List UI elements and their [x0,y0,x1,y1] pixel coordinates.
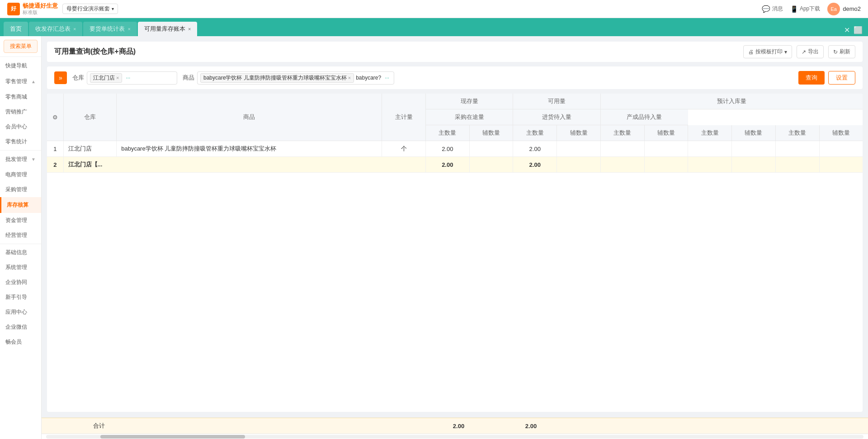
warehouse-more-button[interactable]: ··· [124,74,132,82]
tab-available-stock[interactable]: 可用量库存账本 × [138,22,197,36]
sidebar-item-business-mgmt[interactable]: 经营管理 [0,228,41,243]
sidebar-item-purchase-mgmt[interactable]: 采购管理 [0,182,41,197]
sidebar-item-zero-sales-mgmt[interactable]: 零售管理 ▲ [0,74,41,90]
sidebar-item-zero-sales-mall[interactable]: 零售商城 [0,90,41,104]
table-header-row-1: ⚙ 仓库 商品 主计量 现存量 可用量 预计入库量 [47,94,863,109]
sidebar-item-system-mgmt[interactable]: 系统管理 [0,260,41,275]
brand-name: 畅捷通好生意 标准版 [23,2,58,15]
brand-icon: 好 [7,3,20,15]
close-window-icon[interactable]: ✕ [844,26,850,34]
row-finished-pending-aux [819,141,863,157]
table-footer-area: 合计 2.00 2.00 [42,417,868,439]
subtotal-no: 2 [47,157,63,173]
tab-order-stats[interactable]: 要货单统计表 × [83,22,137,36]
sidebar-item-finance-mgmt[interactable]: 资金管理 [0,213,41,228]
subtotal-available-aux [557,157,601,173]
top-bar: 好 畅捷通好生意 标准版 母婴行业演示账套 ▾ 💬 消息 📱 App下载 Ea … [0,0,868,18]
user-profile[interactable]: Ea demo2 [827,3,861,15]
subtotal-stock-aux [469,157,513,173]
subtotal-label: 江北门店【... [63,157,425,173]
refresh-button[interactable]: ↻ 刷新 [828,45,855,58]
row-inbound-pending-main [688,141,732,157]
row-available-main: 2.00 [513,141,557,157]
warehouse-tag-close-icon[interactable]: × [116,75,119,80]
filter-actions: 查询 设置 [798,71,855,85]
sidebar-nav: 快捷导航 零售管理 ▲ 零售商城 营销推广 会员中心 零售统计 批发管理 ▼ 电… [0,57,41,350]
warehouse-column-header: 仓库 [63,94,117,141]
product-filter-group: 商品 babycare学饮杯 儿童防摔防撞吸管杯重力球吸嘴杯宝宝水杯 × bab… [183,71,394,85]
sidebar-item-member-center[interactable]: 会员中心 [0,119,41,134]
settings-button[interactable]: 设置 [828,71,855,85]
export-button[interactable]: ↗ 导出 [797,45,824,58]
sidebar-item-quick-nav[interactable]: 快捷导航 [0,58,41,74]
product-tag-babycare: babycare学饮杯 儿童防摔防撞吸管杯重力球吸嘴杯宝宝水杯 × [200,73,354,83]
tab-close-receive-send[interactable]: × [73,26,76,32]
unit-column-header: 主计量 [382,94,426,141]
arrow-icon: ▲ [31,79,36,84]
row-no: 1 [47,141,63,157]
subtotal-finished-pending-main [775,157,819,173]
finished-pending-aux-header: 辅数量 [819,125,863,141]
print-template-button[interactable]: 🖨 按模板打印 ▾ [743,45,792,58]
search-menu-button[interactable]: 搜索菜单 [4,40,38,53]
table-body: 1 江北门店 babycare学饮杯 儿童防摔防撞吸管杯重力球吸嘴杯宝宝水杯 个… [47,141,863,173]
main-layout: 搜索菜单 快捷导航 零售管理 ▲ 零售商城 营销推广 会员中心 零售统计 批发管… [0,36,868,439]
purchase-transit-aux-header: 辅数量 [644,125,688,141]
row-available-aux [557,141,601,157]
sidebar-item-app-center[interactable]: 应用中心 [0,305,41,320]
message-icon: 💬 [762,5,770,13]
nav-right-buttons: ✕ ⬜ [844,26,868,36]
app-download-button[interactable]: 📱 App下载 [790,5,820,13]
footer-available-main: 2.00 [513,423,549,430]
planned-inbound-group-header: 预计入库量 [600,94,863,109]
user-name-label: demo2 [843,5,861,12]
sidebar-item-new-guide[interactable]: 新手引导 [0,290,41,305]
product-tag-close-icon[interactable]: × [348,75,351,80]
sidebar-item-basic-info[interactable]: 基础信息 [0,245,41,260]
data-table-wrapper: ⚙ 仓库 商品 主计量 现存量 可用量 预计入库量 采购在途量 进货待入量 产成… [47,94,863,412]
tab-close-order-stats[interactable]: × [127,26,130,32]
tab-close-available-stock[interactable]: × [188,26,191,32]
available-aux-header: 辅数量 [557,125,601,141]
row-finished-pending-main [775,141,819,157]
product-more-button[interactable]: ··· [383,74,391,82]
tenant-selector[interactable]: 母婴行业演示账套 ▾ [62,4,118,14]
sidebar-item-inventory-check[interactable]: 库存核算 [0,197,41,213]
warehouse-tag-jiangbei: 江北门店 × [90,73,122,83]
query-button[interactable]: 查询 [798,71,825,85]
sidebar-item-ecommerce-mgmt[interactable]: 电商管理 [0,167,41,182]
purchase-transit-header: 采购在途量 [425,109,513,125]
sidebar-item-enterprise-wechat[interactable]: 企业微信 [0,320,41,335]
product-extra-label: babycare? [356,75,381,81]
sidebar-item-zero-sales-stats[interactable]: 零售统计 [0,134,41,149]
message-button[interactable]: 💬 消息 [762,5,783,13]
settings-column-header[interactable]: ⚙ [47,94,63,141]
chevron-print-icon: ▾ [784,49,787,55]
top-bar-right: 💬 消息 📱 App下载 Ea demo2 [762,3,861,15]
top-bar-left: 好 畅捷通好生意 标准版 母婴行业演示账套 ▾ [7,2,118,15]
sidebar-divider-2 [0,244,41,244]
available-group-header: 可用量 [513,94,600,109]
row-purchase-transit-main [600,141,644,157]
brand-logo: 好 畅捷通好生意 标准版 [7,2,58,15]
sidebar-item-marketing[interactable]: 营销推广 [0,104,41,119]
warehouse-input[interactable]: 江北门店 × ··· [87,71,177,85]
filter-toggle-button[interactable]: » [54,71,67,84]
content-area: 可用量查询(按仓库+商品) 🖨 按模板打印 ▾ ↗ 导出 ↻ 刷新 [42,36,868,439]
sidebar-item-vip-member[interactable]: 畅会员 [0,335,41,349]
subtotal-row: 2 江北门店【... 2.00 2.00 [47,157,863,173]
maximize-icon[interactable]: ⬜ [854,26,863,34]
product-input[interactable]: babycare学饮杯 儿童防摔防撞吸管杯重力球吸嘴杯宝宝水杯 × babyca… [197,71,394,85]
tab-home[interactable]: 首页 [4,22,28,36]
sidebar: 搜索菜单 快捷导航 零售管理 ▲ 零售商城 营销推广 会员中心 零售统计 批发管… [0,36,42,439]
sidebar-item-enterprise-collab[interactable]: 企业协同 [0,275,41,290]
inbound-pending-header: 进货待入量 [513,109,600,125]
sidebar-item-wholesale-mgmt[interactable]: 批发管理 ▼ [0,151,41,167]
horizontal-scrollbar[interactable] [42,434,868,439]
filter-bar: » 仓库 江北门店 × ··· 商品 babycare [47,66,863,89]
row-warehouse: 江北门店 [63,141,117,157]
warehouse-filter-group: 仓库 江北门店 × ··· [72,71,177,85]
tab-receive-send[interactable]: 收发存汇总表 × [29,22,82,36]
scroll-thumb[interactable] [100,435,245,439]
data-table: ⚙ 仓库 商品 主计量 现存量 可用量 预计入库量 采购在途量 进货待入量 产成… [47,94,863,173]
